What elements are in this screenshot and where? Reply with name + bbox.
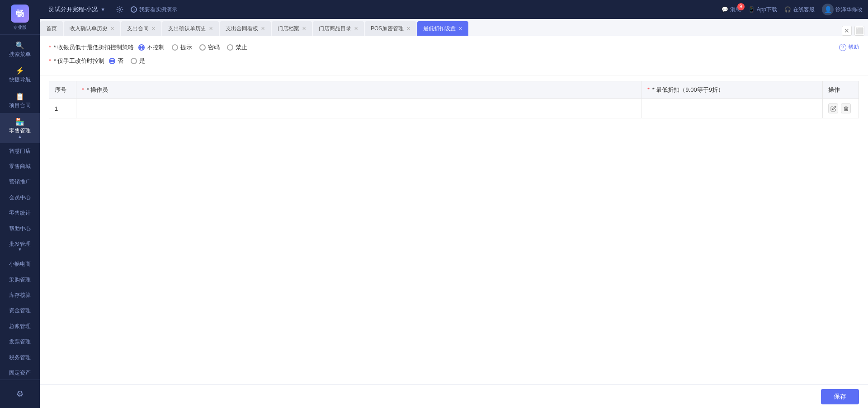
tab-label: 首页 <box>46 25 57 33</box>
messages-button[interactable]: 💬 消息 9 <box>722 6 741 14</box>
radio-no[interactable]: 否 <box>109 57 123 65</box>
radio-password-circle <box>199 44 206 51</box>
sidebar-item-label: 税务管理 <box>9 354 31 361</box>
project-selector[interactable]: 测试分开完程-小况 ▼ <box>45 4 109 15</box>
app-download-icon: 📱 <box>748 6 755 13</box>
sidebar-item-label: 零售统计 <box>9 210 31 216</box>
cashier-policy-row: * * 收银员低于最低折扣控制策略 不控制 提示 <box>49 43 859 52</box>
radio-remind[interactable]: 提示 <box>172 43 192 52</box>
top-header: 测试分开完程-小况 ▼ ○ 我要看实例演示 💬 消息 9 📱 App下载 🎧 在… <box>40 0 868 19</box>
sidebar-item-quick-nav[interactable]: ⚡ 快捷导航 <box>0 62 40 87</box>
tab-payment-contract[interactable]: 支出合同 ✕ <box>121 21 161 36</box>
sidebar-item-retail-stats[interactable]: 零售统计 <box>0 205 40 220</box>
sidebar-item-invoice-management[interactable]: 发票管理 <box>0 334 40 349</box>
sidebar-item-marketing[interactable]: 营销推广 <box>0 174 40 189</box>
radio-yes-circle <box>131 58 137 64</box>
tab-income-confirm[interactable]: 收入确认单历史 ✕ <box>64 21 120 36</box>
sidebar-item-batch-management[interactable]: 批发管理 ▼ <box>0 236 40 256</box>
help-button[interactable]: ? 帮助 <box>839 43 859 51</box>
project-contract-icon: 📋 <box>15 92 24 101</box>
tab-close-icon[interactable]: ✕ <box>458 26 462 31</box>
main-content: 测试分开完程-小况 ▼ ○ 我要看实例演示 💬 消息 9 📱 App下载 🎧 在… <box>40 0 868 408</box>
sidebar-item-label: 总账管理 <box>9 323 31 329</box>
sidebar-item-project-contract[interactable]: 📋 项目合同 <box>0 88 40 113</box>
sidebar-item-label: 帮助中心 <box>9 225 31 232</box>
tab-pos-management[interactable]: POS加密管理 ✕ <box>365 21 416 36</box>
radio-password-label: 密码 <box>208 43 220 52</box>
radio-remind-label: 提示 <box>180 43 192 52</box>
tab-close-icon[interactable]: ✕ <box>110 26 114 31</box>
settings-icon[interactable]: ⚙ <box>13 385 27 403</box>
radio-yes[interactable]: 是 <box>131 57 145 65</box>
radio-password[interactable]: 密码 <box>199 43 220 52</box>
sidebar-item-retail-management[interactable]: 🏪 零售管理 ▲ <box>0 113 40 143</box>
cell-action <box>823 99 859 118</box>
sidebar-item-search-menu[interactable]: 🔍 搜索菜单 <box>0 37 40 62</box>
radio-no-control[interactable]: 不控制 <box>138 43 165 52</box>
header-settings-button[interactable] <box>113 3 126 16</box>
cell-seq: 1 <box>49 99 76 118</box>
demo-label: 我要看实例演示 <box>139 6 177 14</box>
edit-button[interactable] <box>828 103 838 113</box>
tab-label: 支出合同 <box>127 25 149 33</box>
chevron-down-icon: ▼ <box>100 7 105 12</box>
sidebar-item-label: 会员中心 <box>9 194 31 201</box>
radio-no-control-circle <box>138 44 145 51</box>
tab-close-icon[interactable]: ✕ <box>354 26 358 31</box>
tab-payment-board[interactable]: 支出合同看板 ✕ <box>220 21 271 36</box>
sidebar-item-ecommerce[interactable]: 小畅电商 <box>0 256 40 272</box>
sidebar-item-account-management[interactable]: 总账管理 <box>0 319 40 334</box>
tab-label: 收入确认单历史 <box>70 25 108 33</box>
online-service-button[interactable]: 🎧 在线客服 <box>784 6 815 14</box>
tab-close-icon[interactable]: ✕ <box>406 26 410 31</box>
cell-discount <box>642 99 823 118</box>
tab-close-icon[interactable]: ✕ <box>302 26 306 31</box>
sidebar-item-fixed-assets[interactable]: 固定资产 <box>0 365 40 380</box>
sidebar-item-label: 搜索菜单 <box>9 51 31 57</box>
sidebar-item-label: 发票管理 <box>9 338 31 345</box>
tab-close-icon[interactable]: ✕ <box>151 26 156 31</box>
tab-label: 最低折扣设置 <box>423 25 456 33</box>
radio-forbid[interactable]: 禁止 <box>227 43 247 52</box>
delete-button[interactable] <box>841 103 851 113</box>
sidebar-item-label: 项目合同 <box>9 102 31 108</box>
sidebar-item-label: 库存核算 <box>9 292 31 298</box>
help-label: 帮助 <box>848 43 859 51</box>
tab-payment-confirm[interactable]: 支出确认单历史 ✕ <box>162 21 219 36</box>
save-button[interactable]: 保存 <box>821 389 859 404</box>
user-profile-button[interactable]: 👤 徐泽华修改 <box>822 4 863 15</box>
sidebar-item-label: 固定资产 <box>9 370 31 376</box>
tab-close-all-button[interactable]: ✕ <box>842 26 852 36</box>
sidebar-item-retail-mall[interactable]: 零售商城 <box>0 159 40 174</box>
tab-label: POS加密管理 <box>371 25 404 33</box>
radio-remind-circle <box>172 44 178 51</box>
tab-close-icon[interactable]: ✕ <box>209 26 213 31</box>
demo-link[interactable]: ○ 我要看实例演示 <box>131 6 177 14</box>
tab-min-discount[interactable]: 最低折扣设置 ✕ <box>417 21 468 36</box>
sidebar-item-purchase-management[interactable]: 采购管理 <box>0 272 40 287</box>
sidebar-item-inventory-check[interactable]: 库存核算 <box>0 287 40 303</box>
app-download-button[interactable]: 📱 App下载 <box>748 6 777 14</box>
tab-label: 支出合同看板 <box>226 25 258 33</box>
sidebar-item-smart-store[interactable]: 智慧门店 <box>0 143 40 159</box>
sidebar-item-label: 智慧门店 <box>9 148 31 154</box>
online-service-label: 在线客服 <box>793 6 815 14</box>
expand-arrow-icon: ▼ <box>18 247 22 252</box>
tab-label: 支出确认单历史 <box>168 25 206 33</box>
tab-close-icon[interactable]: ✕ <box>261 26 265 31</box>
sidebar-item-tax-management[interactable]: 税务管理 <box>0 350 40 365</box>
sidebar-item-member-center[interactable]: 会员中心 <box>0 190 40 205</box>
bottom-bar: 保存 <box>40 385 868 408</box>
tab-store-products[interactable]: 门店商品目录 ✕ <box>313 21 364 36</box>
avatar: 👤 <box>822 4 834 15</box>
radio-no-control-label: 不控制 <box>147 43 165 52</box>
demo-dot-icon: ○ <box>131 6 137 13</box>
col-header-seq: 序号 <box>49 81 76 99</box>
tab-expand-button[interactable]: ⬜ <box>854 26 864 36</box>
sidebar-item-help-center[interactable]: 帮助中心 <box>0 221 40 236</box>
messages-badge: 9 <box>737 3 745 10</box>
sidebar: 畅 专业版 🔍 搜索菜单 ⚡ 快捷导航 📋 项目合同 🏪 零售管理 ▲ 智慧门店… <box>0 0 40 408</box>
tab-home[interactable]: 首页 <box>40 21 63 36</box>
tab-store-profile[interactable]: 门店档案 ✕ <box>272 21 312 36</box>
sidebar-item-fund-management[interactable]: 资金管理 <box>0 303 40 318</box>
